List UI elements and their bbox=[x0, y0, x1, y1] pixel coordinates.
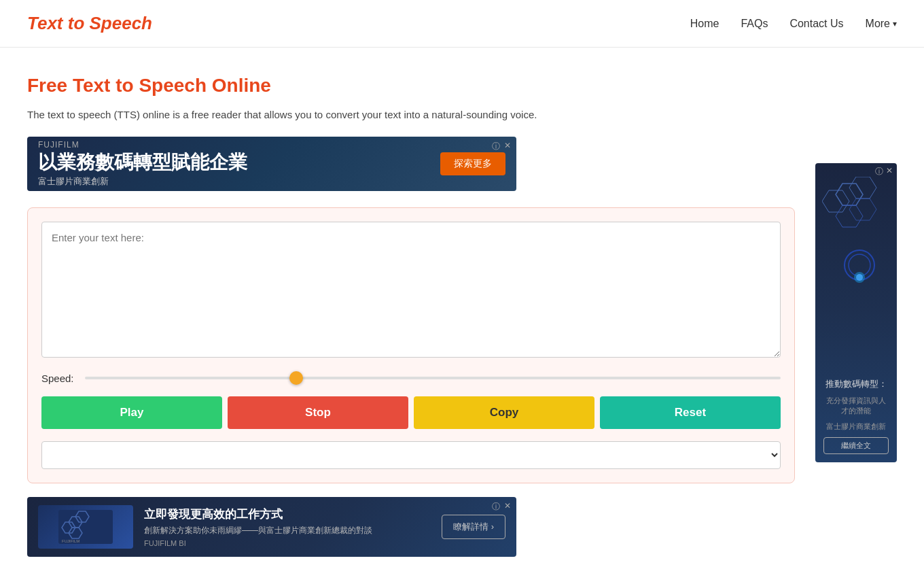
sidebar-ad-brand: 富士膠片商業創新 bbox=[826, 422, 886, 432]
svg-point-14 bbox=[856, 274, 863, 281]
ad-bottom-cta-button[interactable]: 瞭解詳情 › bbox=[442, 515, 505, 539]
nav-links: Home FAQs Contact Us More bbox=[690, 18, 897, 30]
sidebar-hex-decoration bbox=[815, 177, 897, 313]
brand-logo[interactable]: Text to Speech bbox=[27, 13, 152, 34]
sidebar-ad-close-icon[interactable]: ✕ bbox=[886, 166, 893, 175]
sidebar: ⓘ ✕ 推動數碼轉型： 充分發揮 bbox=[815, 48, 897, 565]
ad-bottom-title: 立即發現更高效的工作方式 bbox=[144, 506, 431, 522]
svg-marker-6 bbox=[836, 184, 863, 205]
tts-box: Speed: Play Stop Copy Reset bbox=[27, 207, 795, 483]
ad-top-left: FUJIFILM 以業務數碼轉型賦能企業 富士膠片商業創新 bbox=[38, 140, 247, 188]
nav-contact[interactable]: Contact Us bbox=[789, 18, 843, 29]
reset-button[interactable]: Reset bbox=[600, 396, 781, 429]
page-title: Free Text to Speech Online bbox=[27, 75, 795, 97]
navbar: Text to Speech Home FAQs Contact Us More bbox=[0, 0, 924, 48]
stop-button[interactable]: Stop bbox=[228, 396, 408, 429]
page-wrapper: Free Text to Speech Online The text to s… bbox=[0, 48, 924, 565]
language-select[interactable] bbox=[41, 441, 781, 469]
svg-marker-9 bbox=[836, 205, 863, 227]
nav-home[interactable]: Home bbox=[690, 18, 719, 29]
ad-bottom-brand: FUJIFILM BI bbox=[144, 539, 431, 547]
main-content: Free Text to Speech Online The text to s… bbox=[27, 48, 795, 565]
ad-banner-bottom: FUJIFILM 立即發現更高效的工作方式 創新解決方案助你未雨綢繆——與富士膠… bbox=[27, 497, 516, 557]
ad-top-cta-button[interactable]: 探索更多 bbox=[440, 152, 505, 175]
ad-bottom-info-icon[interactable]: ⓘ bbox=[492, 501, 500, 513]
ad-top-brand: FUJIFILM bbox=[38, 140, 247, 150]
text-input[interactable] bbox=[41, 222, 781, 358]
nav-more-button[interactable]: More bbox=[866, 18, 897, 30]
sidebar-ad-info-icon[interactable]: ⓘ bbox=[875, 166, 883, 177]
speed-row: Speed: bbox=[41, 373, 781, 384]
ad-bottom-description: 創新解決方案助你未雨綢繆——與富士膠片商業創新總裁的對談 bbox=[144, 525, 431, 536]
ad-banner-top: FUJIFILM 以業務數碼轉型賦能企業 富士膠片商業創新 探索更多 ⓘ ✕ bbox=[27, 137, 516, 191]
speed-slider[interactable] bbox=[85, 377, 781, 379]
ad-info-icon[interactable]: ⓘ bbox=[492, 141, 500, 152]
svg-text:FUJIFILM: FUJIFILM bbox=[62, 539, 79, 543]
ad-top-subtitle: 富士膠片商業創新 bbox=[38, 175, 247, 188]
svg-marker-10 bbox=[849, 199, 876, 220]
play-button[interactable]: Play bbox=[41, 396, 222, 429]
speed-label: Speed: bbox=[41, 373, 74, 384]
ad-bottom-content: 立即發現更高效的工作方式 創新解決方案助你未雨綢繆——與富士膠片商業創新總裁的對… bbox=[144, 506, 431, 547]
ad-bottom-cta-arrow: › bbox=[491, 521, 494, 532]
sidebar-ad-cta-button[interactable]: 繼續全文 bbox=[823, 437, 889, 454]
ad-top-title: 以業務數碼轉型賦能企業 bbox=[38, 150, 247, 175]
ad-bottom-image: FUJIFILM bbox=[38, 505, 133, 549]
page-description: The text to speech (TTS) online is a fre… bbox=[27, 107, 795, 123]
sidebar-ad-title: 推動數碼轉型： bbox=[825, 378, 887, 390]
ad-close-icon[interactable]: ✕ bbox=[504, 141, 511, 150]
ad-bottom-cta-label: 瞭解詳情 bbox=[453, 521, 488, 533]
button-row: Play Stop Copy Reset bbox=[41, 396, 781, 429]
nav-faqs[interactable]: FAQs bbox=[741, 18, 768, 29]
sidebar-ad: ⓘ ✕ 推動數碼轉型： 充分發揮 bbox=[815, 163, 897, 462]
sidebar-ad-subtitle: 充分發揮資訊與人才的潛能 bbox=[823, 396, 889, 416]
ad-bottom-close-icon[interactable]: ✕ bbox=[504, 501, 511, 511]
copy-button[interactable]: Copy bbox=[414, 396, 594, 429]
